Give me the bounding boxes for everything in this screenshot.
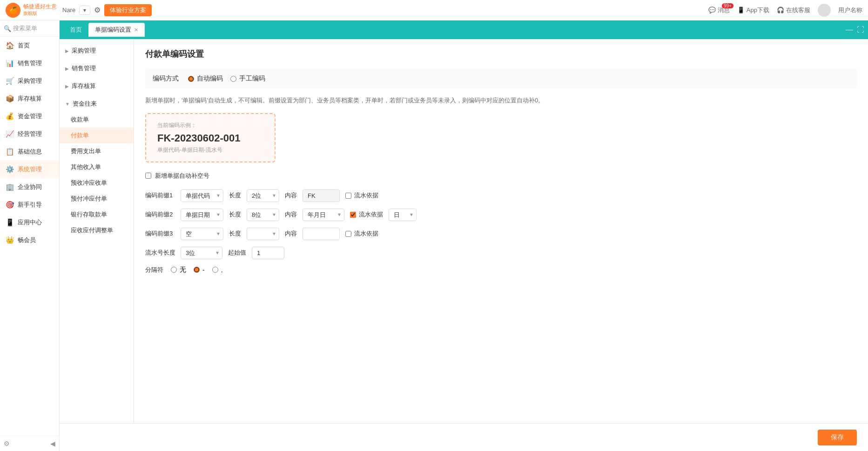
content1-input[interactable] <box>303 189 340 202</box>
content1-label: 内容 <box>285 191 297 200</box>
auto-code-option[interactable]: 自动编码 <box>188 74 223 83</box>
sub-item-prepay-recv[interactable]: 预收冲应收单 <box>60 175 134 191</box>
sidebar-item-inventory[interactable]: 📦 库存核算 <box>0 90 59 108</box>
sub-group-sales-label: 销售管理 <box>72 64 96 73</box>
purchase-icon: 🛒 <box>6 77 14 85</box>
sidebar-item-enterprise[interactable]: 🏢 企业协同 <box>0 178 59 196</box>
sidebar-item-sales[interactable]: 📊 销售管理 <box>0 54 59 72</box>
sidebar-item-home[interactable]: 🏠 首页 <box>0 37 59 54</box>
serial3-checkbox-label[interactable]: 流水依据 <box>345 229 378 238</box>
separator-dot-option[interactable]: . <box>212 266 223 274</box>
message-button[interactable]: 💬 消息 99+ <box>708 6 730 14</box>
sidebar-label-home: 首页 <box>18 41 30 50</box>
arrow-icon-cap: ▼ <box>65 101 70 107</box>
sidebar-item-basic[interactable]: 📋 基础信息 <box>0 143 59 161</box>
sub-group-inventory: ▶ 库存核算 <box>60 78 134 94</box>
separator-dot-radio[interactable] <box>212 267 218 273</box>
sub-item-receivable-adjust[interactable]: 应收应付调整单 <box>60 222 134 238</box>
tab-maximize-button[interactable]: ⛶ <box>857 26 864 34</box>
sub-group-capital-title[interactable]: ▼ 资金往来 <box>60 96 134 112</box>
separator-options: 无 - . <box>171 266 223 274</box>
content2-select[interactable]: 年月日 年月 年 <box>303 209 344 221</box>
sub-group-inventory-title[interactable]: ▶ 库存核算 <box>60 78 134 94</box>
online-service-button[interactable]: 🎧 在线客服 <box>777 6 810 14</box>
length1-select[interactable]: 2位 1位 3位 <box>247 189 279 202</box>
serial2-checkbox-label[interactable]: 流水依据 <box>350 210 383 219</box>
length3-select[interactable] <box>247 228 279 240</box>
prefix2-select[interactable]: 单据日期 单据代码 空 <box>181 209 223 221</box>
tab-serial-setting[interactable]: 单据编码设置 ✕ <box>88 23 145 37</box>
gear-button[interactable]: ⚙ <box>94 6 101 14</box>
serial3-checkbox[interactable] <box>345 231 351 237</box>
auto-fill-row[interactable]: 新增单据自动补空号 <box>145 172 857 180</box>
member-icon: 👑 <box>6 236 14 244</box>
serial1-checkbox[interactable] <box>345 193 351 199</box>
prefix3-select[interactable]: 空 单据代码 单据日期 <box>181 228 223 240</box>
day-select[interactable]: 日 月 年 <box>389 209 417 221</box>
day-select-wrapper: 日 月 年 <box>389 209 417 221</box>
prefix1-select[interactable]: 单据代码 单据日期 空 部门 业务员 <box>181 189 223 202</box>
auto-code-radio[interactable] <box>188 76 194 82</box>
preview-box: 当前编码示例： FK-20230602-001 单据代码-单据日期-流水号 <box>145 113 276 162</box>
sub-item-receipt[interactable]: 收款单 <box>60 112 134 128</box>
content3-input[interactable] <box>303 228 340 240</box>
download-icon: 📱 <box>737 7 745 13</box>
sidebar-item-capital[interactable]: 💰 资金管理 <box>0 108 59 125</box>
sidebar-item-newbie[interactable]: 🎯 新手引导 <box>0 196 59 214</box>
save-button[interactable]: 保存 <box>818 430 857 445</box>
search-label: 搜索菜单 <box>13 24 37 33</box>
sub-item-expense[interactable]: 费用支出单 <box>60 143 134 159</box>
manual-code-label: 手工编码 <box>239 74 265 83</box>
sub-group-purchase-title[interactable]: ▶ 采购管理 <box>60 43 134 59</box>
footer-settings-button[interactable]: ⚙ <box>4 440 10 447</box>
capital-icon: 💰 <box>6 112 14 121</box>
separator-label: 分隔符 <box>145 266 163 274</box>
sub-item-other-income[interactable]: 其他收入单 <box>60 159 134 175</box>
prefix2-select-wrapper: 单据日期 单据代码 空 <box>181 209 223 221</box>
separator-row: 分隔符 无 - . <box>145 266 857 274</box>
sidebar-item-system[interactable]: ⚙️ 系统管理 <box>0 161 59 178</box>
sidebar-item-purchase[interactable]: 🛒 采购管理 <box>0 72 59 90</box>
app-download-label: App下载 <box>747 6 769 14</box>
encoding-method-row: 编码方式 自动编码 手工编码 <box>145 69 857 88</box>
logo: 🍊 畅捷通好生意 旗舰版 <box>6 3 57 18</box>
tab-minimize-button[interactable]: — <box>846 26 853 34</box>
app-download-button[interactable]: 📱 App下载 <box>737 6 769 14</box>
industry-button[interactable]: 体验行业方案 <box>104 4 152 16</box>
manual-code-option[interactable]: 手工编码 <box>230 74 265 83</box>
dropdown-button[interactable]: ▾ <box>79 6 90 15</box>
separator-none-radio[interactable] <box>171 267 177 273</box>
sidebar-item-operation[interactable]: 📈 经营管理 <box>0 125 59 143</box>
separator-dash-option[interactable]: - <box>194 266 205 274</box>
sub-item-prepay-pay[interactable]: 预付冲应付单 <box>60 191 134 207</box>
sales-icon: 📊 <box>6 59 14 67</box>
separator-dash-radio[interactable] <box>194 267 200 273</box>
auto-fill-checkbox[interactable] <box>145 173 151 179</box>
sub-item-payment[interactable]: 付款单 <box>60 128 134 143</box>
sidebar-item-app[interactable]: 📱 应用中心 <box>0 214 59 231</box>
page-title: 付款单编码设置 <box>145 48 857 60</box>
manual-code-radio[interactable] <box>230 76 236 82</box>
tab-close-icon[interactable]: ✕ <box>134 27 138 33</box>
sidebar-item-member[interactable]: 👑 畅会员 <box>0 231 59 249</box>
serial1-label: 流水依据 <box>354 191 378 200</box>
sidebar-label-enterprise: 企业协同 <box>18 183 42 191</box>
separator-none-option[interactable]: 无 <box>171 266 186 274</box>
tab-bar: 首页 单据编码设置 ✕ — ⛶ <box>60 20 868 39</box>
length2-select[interactable]: 8位 4位 6位 <box>247 209 279 221</box>
logo-text-block: 畅捷通好生意 旗舰版 <box>23 3 57 16</box>
sidebar-search[interactable]: 🔍 搜索菜单 <box>0 20 59 37</box>
user-avatar[interactable] <box>818 4 831 17</box>
prefix1-select-wrapper: 单据代码 单据日期 空 部门 业务员 <box>181 189 223 202</box>
tab-home[interactable]: 首页 <box>63 23 88 37</box>
sn-length-select[interactable]: 3位 1位 2位 4位 5位 <box>181 247 222 259</box>
footer-collapse-button[interactable]: ◀ <box>50 440 55 447</box>
start-value-input[interactable] <box>252 247 284 259</box>
sub-item-bank-deposit[interactable]: 银行存取款单 <box>60 207 134 222</box>
sub-group-sales-title[interactable]: ▶ 销售管理 <box>60 61 134 76</box>
topbar-right: 💬 消息 99+ 📱 App下载 🎧 在线客服 用户名称 <box>708 4 862 17</box>
tab-expand: — ⛶ <box>846 26 864 34</box>
prefix3-select-wrapper: 空 单据代码 单据日期 <box>181 228 223 240</box>
serial1-checkbox-label[interactable]: 流水依据 <box>345 191 378 200</box>
serial2-checkbox[interactable] <box>350 212 356 218</box>
